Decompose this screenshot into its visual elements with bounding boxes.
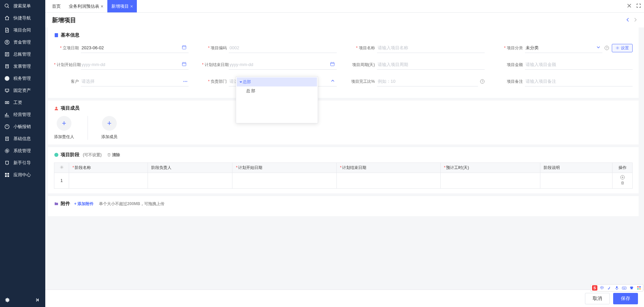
help-icon[interactable]: ? xyxy=(480,79,485,84)
tab-new-project[interactable]: 新增项目× xyxy=(107,0,137,12)
sidebar-bottom xyxy=(0,294,45,307)
sidebar-search[interactable]: 搜索菜单 xyxy=(0,0,45,12)
sidebar-item-business[interactable]: 经营管理 xyxy=(0,109,45,121)
tab-home[interactable]: 首页 xyxy=(48,0,65,12)
label-remark: 项目备注 xyxy=(498,79,523,84)
plus-icon[interactable]: + xyxy=(57,116,71,131)
sidebar-item-basicinfo[interactable]: 基础信息 xyxy=(0,133,45,145)
input-plan-end[interactable] xyxy=(229,60,336,70)
section-title: 基本信息 xyxy=(61,32,79,38)
clear-button[interactable]: 清除 xyxy=(107,152,120,158)
input-complete[interactable] xyxy=(377,76,478,86)
settings-button[interactable]: 设置 xyxy=(612,44,633,52)
add-member[interactable]: + 添加成员 xyxy=(101,116,117,140)
settings-icon[interactable] xyxy=(5,297,10,304)
add-owner[interactable]: + 添加责任人 xyxy=(54,116,74,140)
svg-rect-6 xyxy=(330,63,334,66)
sidebar-item-tax[interactable]: 税务管理 xyxy=(0,72,45,84)
delete-row-icon[interactable] xyxy=(619,182,626,186)
plus-icon[interactable]: + xyxy=(102,116,117,131)
col-gear[interactable] xyxy=(54,163,69,173)
close-icon[interactable]: × xyxy=(130,4,133,9)
svg-rect-20 xyxy=(637,288,639,290)
ime-logo-icon[interactable]: S xyxy=(592,285,597,291)
ime-lang-icon[interactable]: 中 xyxy=(599,285,605,291)
row-index: 1 xyxy=(54,173,69,189)
contract-icon xyxy=(4,27,10,33)
ime-keyboard-icon[interactable] xyxy=(622,285,627,291)
sidebar-item-funds[interactable]: 资金管理 xyxy=(0,36,45,48)
next-icon[interactable] xyxy=(633,18,637,23)
dept-dropdown[interactable]: 总部 总 部 xyxy=(236,76,318,123)
svg-rect-17 xyxy=(622,287,626,289)
label-plan-end: 计划结束日期 xyxy=(202,62,227,68)
col-end: *计划结束日期 xyxy=(336,163,440,173)
input-plan-start[interactable] xyxy=(81,60,189,70)
svg-rect-5 xyxy=(182,63,186,66)
footer: 取消 保存 xyxy=(45,290,644,307)
tax-icon xyxy=(4,75,10,81)
table-row[interactable]: 1 xyxy=(54,173,633,189)
chevron-down-icon[interactable] xyxy=(595,45,602,50)
section-members: 项目成员 + 添加责任人 + 添加成员 xyxy=(48,101,639,144)
sidebar-item-baoxiao[interactable]: 小畅报销 xyxy=(0,121,45,133)
sidebar-item-ledger[interactable]: 总账管理 xyxy=(0,48,45,60)
sidebar-item-system[interactable]: 系统管理 xyxy=(0,145,45,157)
svg-rect-0 xyxy=(55,33,58,37)
sidebar-item-quicknav[interactable]: 快捷导航 xyxy=(0,12,45,24)
chevron-up-icon[interactable] xyxy=(329,79,336,84)
add-attachment-button[interactable]: + 添加附件 xyxy=(74,201,94,207)
sidebar-item-guide[interactable]: 新手引导 xyxy=(0,157,45,169)
tab-profit[interactable]: 业务利润预估表× xyxy=(65,0,107,12)
system-icon xyxy=(4,148,10,154)
label-period: 项目周期(天) xyxy=(350,62,375,68)
sidebar-item-salary[interactable]: 工资 xyxy=(0,97,45,109)
input-name[interactable] xyxy=(377,43,485,53)
fullscreen-icon[interactable] xyxy=(636,3,641,9)
svg-text:?: ? xyxy=(481,80,483,83)
label-date: 立项日期 xyxy=(54,45,79,51)
calendar-icon[interactable] xyxy=(180,62,188,67)
input-remark[interactable] xyxy=(525,76,633,86)
sidebar-item-assets[interactable]: 固定资产 xyxy=(0,84,45,97)
ime-tool-icon[interactable] xyxy=(636,285,642,291)
attachment-hint: 单个大小不超过200MB，可拖拽上传 xyxy=(99,201,164,207)
ime-punct-icon[interactable] xyxy=(607,285,612,291)
calendar-icon[interactable] xyxy=(329,62,336,67)
select-customer[interactable]: ⋯ xyxy=(81,76,189,86)
save-button[interactable]: 保存 xyxy=(613,293,638,304)
label-customer: 客户 xyxy=(54,79,79,84)
sidebar-item-appcenter[interactable]: 应用中心 xyxy=(0,169,45,181)
section-marker-icon xyxy=(54,201,59,206)
section-basic: 基本信息 立项日期 项目编码 项目名称 xyxy=(48,27,639,98)
close-all-icon[interactable] xyxy=(627,3,632,9)
select-category[interactable] xyxy=(525,43,602,53)
help-icon[interactable]: ? xyxy=(604,46,609,50)
svg-rect-19 xyxy=(639,286,641,288)
prev-icon[interactable] xyxy=(626,18,630,23)
input-code[interactable] xyxy=(229,43,336,53)
svg-point-11 xyxy=(61,167,62,168)
dropdown-option[interactable]: 总部 xyxy=(237,77,317,86)
close-icon[interactable]: × xyxy=(101,4,103,9)
section-hint: (可不设置) xyxy=(83,152,102,158)
label-name: 项目名称 xyxy=(350,45,375,51)
collapse-icon[interactable] xyxy=(35,297,41,304)
ime-skin-icon[interactable] xyxy=(629,285,634,291)
more-icon[interactable]: ⋯ xyxy=(183,79,188,84)
ime-mic-icon[interactable] xyxy=(614,285,620,291)
input-date[interactable] xyxy=(81,43,189,53)
sidebar-item-project[interactable]: 项目合同 xyxy=(0,24,45,36)
sidebar-item-invoice[interactable]: 发票管理 xyxy=(0,60,45,72)
add-row-icon[interactable] xyxy=(619,176,626,181)
baoxiao-icon xyxy=(4,124,10,130)
cancel-button[interactable]: 取消 xyxy=(585,293,610,304)
input-period[interactable] xyxy=(377,60,485,70)
section-title: 附件 xyxy=(61,201,70,207)
home-icon xyxy=(4,15,10,21)
dropdown-option[interactable]: 总 部 xyxy=(237,86,317,96)
calendar-icon[interactable] xyxy=(180,45,188,51)
section-title: 项目阶段 xyxy=(61,152,79,158)
funds-icon xyxy=(4,39,10,45)
input-amount[interactable] xyxy=(525,60,633,70)
